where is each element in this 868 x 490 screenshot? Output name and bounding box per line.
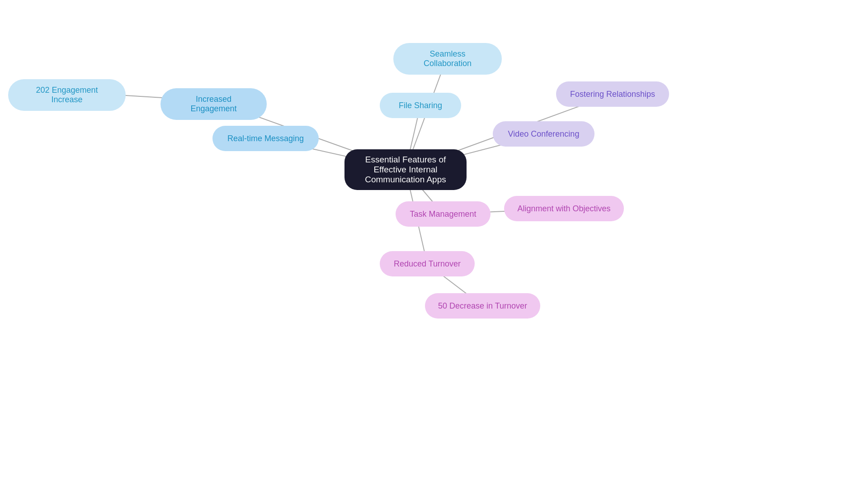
increased-engagement-node[interactable]: Increased Engagement — [160, 88, 267, 120]
file-sharing-node[interactable]: File Sharing — [380, 93, 461, 118]
alignment-objectives-node[interactable]: Alignment with Objectives — [504, 196, 624, 221]
center-node[interactable]: Essential Features of Effective Internal… — [344, 149, 467, 190]
fostering-relationships-node[interactable]: Fostering Relationships — [556, 81, 669, 107]
reduced-turnover-node[interactable]: Reduced Turnover — [380, 251, 475, 276]
mind-map: Essential Features of Effective Internal… — [0, 0, 868, 490]
task-management-node[interactable]: Task Management — [396, 201, 491, 227]
video-conferencing-node[interactable]: Video Conferencing — [493, 121, 594, 147]
seamless-collaboration-node[interactable]: Seamless Collaboration — [393, 43, 502, 75]
real-time-messaging-node[interactable]: Real-time Messaging — [212, 126, 319, 151]
engagement-increase-node[interactable]: 202 Engagement Increase — [8, 79, 126, 111]
decrease-turnover-node[interactable]: 50 Decrease in Turnover — [425, 293, 540, 319]
